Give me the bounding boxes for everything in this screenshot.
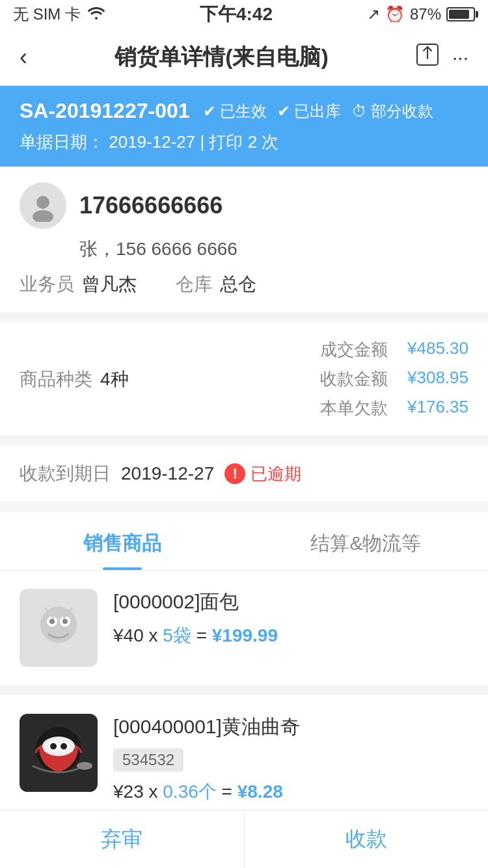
unit-price-2: ¥23: [113, 781, 144, 802]
tab-settlement[interactable]: 结算&物流等: [244, 512, 488, 570]
tab-underline: [103, 567, 142, 570]
products-section: [0000002]面包 ¥40 x 5袋 = ¥199.99: [0, 571, 488, 822]
clock-icon: ⏱: [351, 102, 367, 120]
equals-1: =: [197, 625, 212, 645]
back-button[interactable]: ‹: [20, 44, 27, 71]
status-badges: ✔ 已生效 ✔ 已出库 ⏱ 部分收款: [203, 101, 433, 122]
customer-section: 17666666666 张，156 6666 6666 业务员 曾凡杰 仓库 总…: [0, 167, 488, 312]
deal-amount-value: ¥485.30: [407, 338, 468, 361]
print-count: 2: [248, 132, 257, 152]
status-badge-partial: ⏱ 部分收款: [351, 101, 433, 122]
product-price-2: ¥23 x 0.36个 = ¥8.28: [113, 780, 468, 804]
collection-amount-value: ¥308.95: [407, 368, 468, 390]
debt-amount-value: ¥176.35: [407, 397, 468, 420]
check-icon-1: ✔: [203, 102, 216, 120]
svg-point-15: [61, 743, 67, 750]
nav-actions: ···: [416, 43, 468, 71]
collect-payment-button[interactable]: 收款: [245, 810, 489, 868]
svg-point-16: [77, 762, 92, 770]
summary-section: 商品种类 4种 成交金额 ¥485.30 收款金额 ¥308.95 本单欠款 ¥…: [0, 323, 488, 435]
collection-amount-label: 收款金额: [320, 368, 388, 390]
list-item: [000400001]黄油曲奇 534532 ¥23 x 0.36个 = ¥8.…: [0, 696, 488, 822]
due-date-section: 收款到期日 2019-12-27 ! 已逾期: [0, 446, 488, 502]
unit-price-1: ¥40: [113, 625, 144, 645]
svg-point-8: [62, 619, 68, 624]
debt-row: 本单欠款 ¥176.35: [320, 397, 468, 420]
tabs-section: 销售商品 结算&物流等: [0, 512, 488, 571]
product-image-2: [20, 714, 98, 792]
print-suffix: 次: [262, 132, 278, 152]
svg-point-14: [50, 743, 57, 750]
location-icon: ↗: [367, 5, 380, 23]
list-item: [0000002]面包 ¥40 x 5袋 = ¥199.99: [0, 571, 488, 685]
date-label: 单据日期：: [20, 132, 104, 152]
bottom-bar: 弃审 收款: [0, 809, 488, 868]
order-date: 2019-12-27: [109, 132, 195, 152]
print-label: | 打印: [200, 132, 243, 152]
tab-sales-label: 销售商品: [83, 532, 161, 554]
qty-2: 0.36个: [163, 781, 221, 802]
product-info-1: [0000002]面包 ¥40 x 5袋 = ¥199.99: [113, 589, 468, 648]
overdue-badge: ! 已逾期: [224, 463, 301, 485]
summary-left: 商品种类 4种: [20, 338, 129, 420]
due-date-value: 2019-12-27: [121, 463, 214, 484]
collection-amount-row: 收款金额 ¥308.95: [320, 368, 468, 390]
symbol-1: x: [149, 625, 163, 645]
product-thumb-2: [20, 714, 98, 792]
equals-2: =: [222, 781, 237, 802]
product-name-1: [0000002]面包: [113, 589, 468, 616]
status-bar-left: 无 SIM 卡: [13, 4, 105, 25]
warehouse-name: 总仓: [220, 272, 256, 297]
warehouse-label: 仓库: [176, 272, 212, 297]
overdue-icon: !: [224, 463, 245, 484]
status-badge-effected: ✔ 已生效: [203, 101, 267, 122]
more-button[interactable]: ···: [452, 46, 468, 68]
wifi-icon: [87, 5, 105, 23]
product-thumb-1: [20, 589, 98, 667]
order-id: SA-20191227-001: [20, 99, 190, 123]
header-banner: SA-20191227-001 ✔ 已生效 ✔ 已出库 ⏱ 部分收款 单据日期：…: [0, 86, 488, 167]
warehouse-item: 仓库 总仓: [176, 272, 256, 297]
carrier-label: 无 SIM 卡: [13, 4, 81, 25]
sales-name: 曾凡杰: [82, 272, 137, 297]
customer-phone: 张，156 6666 6666: [79, 237, 468, 262]
product-sku-2: 534532: [113, 748, 183, 772]
due-date-label: 收款到期日: [20, 461, 111, 486]
customer-meta: 业务员 曾凡杰 仓库 总仓: [20, 269, 468, 297]
product-image-placeholder-1: [20, 589, 98, 667]
alarm-icon: ⏰: [385, 5, 405, 23]
svg-point-2: [33, 210, 53, 222]
sales-item: 业务员 曾凡杰: [20, 272, 137, 297]
svg-point-7: [49, 619, 55, 624]
customer-name: 17666666666: [79, 192, 223, 219]
qty-1: 5袋: [163, 625, 196, 645]
product-price-1: ¥40 x 5袋 = ¥199.99: [113, 623, 468, 648]
status-bar-right: ↗ ⏰ 87%: [367, 5, 475, 23]
deal-amount-label: 成交金额: [320, 338, 388, 361]
banner-row1: SA-20191227-001 ✔ 已生效 ✔ 已出库 ⏱ 部分收款: [20, 99, 468, 123]
type-count: 4种: [100, 367, 129, 392]
status-bar-time: 下午4:42: [200, 2, 273, 27]
customer-row1: 17666666666: [20, 182, 468, 229]
product-info-2: [000400001]黄油曲奇 534532 ¥23 x 0.36个 = ¥8.…: [113, 714, 468, 804]
page-title: 销货单详情(来自电脑): [115, 42, 329, 72]
total-1: ¥199.99: [212, 625, 278, 645]
product-name-2: [000400001]黄油曲奇: [113, 714, 468, 740]
avatar: [20, 182, 66, 229]
battery-icon: [446, 7, 475, 21]
abandon-review-button[interactable]: 弃审: [0, 810, 245, 868]
check-icon-2: ✔: [277, 102, 290, 120]
share-button[interactable]: [416, 43, 439, 71]
deal-amount-row: 成交金额 ¥485.30: [320, 338, 468, 361]
status-bar: 无 SIM 卡 下午4:42 ↗ ⏰ 87%: [0, 0, 488, 29]
debt-label: 本单欠款: [320, 397, 388, 420]
overdue-text: 已逾期: [251, 463, 301, 485]
battery-label: 87%: [410, 5, 441, 23]
banner-date-row: 单据日期： 2019-12-27 | 打印 2 次: [20, 131, 468, 154]
nav-bar: ‹ 销货单详情(来自电脑) ···: [0, 29, 488, 86]
status-badge-shipped: ✔ 已出库: [277, 101, 341, 122]
tab-sales-products[interactable]: 销售商品: [0, 512, 244, 570]
tab-settlement-label: 结算&物流等: [310, 532, 421, 554]
svg-point-1: [36, 196, 49, 209]
total-2: ¥8.28: [237, 781, 283, 802]
